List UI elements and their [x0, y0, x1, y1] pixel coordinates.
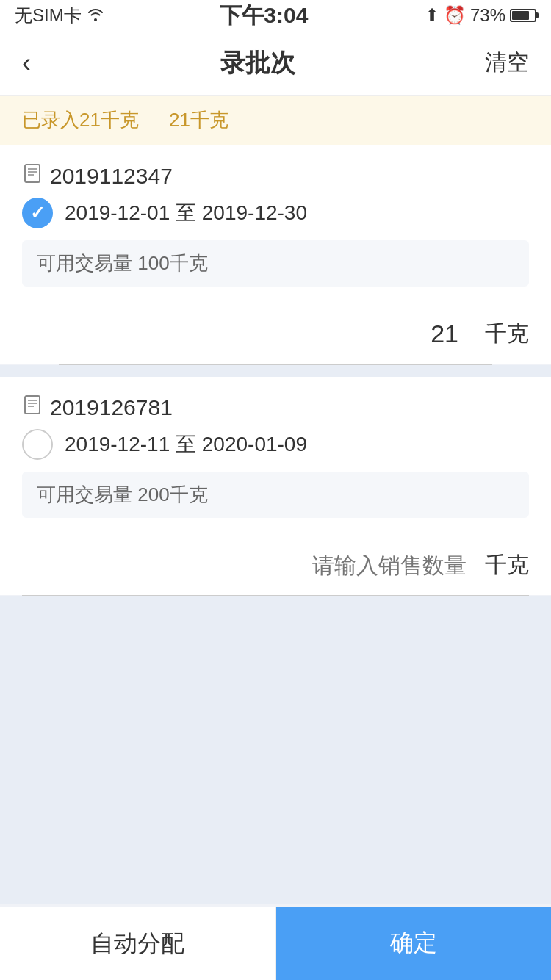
batch-1-doc-icon — [22, 163, 43, 189]
bottom-bar: 自动分配 确定 — [0, 907, 551, 980]
batch-2-date: 2019-12-11 至 2020-01-09 — [65, 430, 307, 458]
banner-divider — [154, 110, 154, 131]
batch-2-doc-icon — [22, 394, 43, 420]
batch-1-id: 2019112347 — [50, 164, 173, 189]
status-bar: 无SIM卡 下午3:04 ⬆ ⏰ 73% — [0, 0, 551, 31]
back-button[interactable]: ‹ — [22, 48, 31, 79]
battery-percentage: 73% — [470, 5, 505, 26]
page-title: 录批次 — [220, 46, 295, 80]
status-left: 无SIM卡 — [15, 4, 104, 27]
carrier-text: 无SIM卡 — [15, 4, 82, 27]
batch-1-radio[interactable] — [22, 198, 53, 228]
confirm-button[interactable]: 确定 — [276, 907, 552, 980]
batch-2-available: 可用交易量 200千克 — [22, 472, 529, 518]
batch-1-quantity-row: 21 千克 — [0, 304, 551, 364]
recorded-value: 21千克 — [169, 107, 228, 133]
section-separator — [0, 365, 551, 377]
batch-2-unit: 千克 — [485, 550, 529, 580]
status-time: 下午3:04 — [220, 1, 308, 31]
batch-2-card: 2019126781 2019-12-11 至 2020-01-09 可用交易量… — [0, 377, 551, 536]
battery-icon — [510, 9, 536, 22]
batch-1-available: 可用交易量 100千克 — [22, 240, 529, 287]
quantity-input[interactable] — [257, 553, 478, 578]
alarm-icon: ⏰ — [444, 5, 466, 26]
clear-button[interactable]: 清空 — [485, 48, 529, 78]
nav-bar: ‹ 录批次 清空 — [0, 31, 551, 96]
batch-1-id-row: 2019112347 — [22, 163, 529, 189]
batch-2-date-row[interactable]: 2019-12-11 至 2020-01-09 — [22, 429, 529, 460]
batch-2-id-row: 2019126781 — [22, 394, 529, 420]
svg-rect-0 — [25, 165, 40, 182]
wifi-icon — [87, 5, 104, 26]
auto-distribute-button[interactable]: 自动分配 — [0, 907, 276, 980]
batch-2-id: 2019126781 — [50, 395, 173, 420]
location-icon: ⬆ — [425, 5, 439, 26]
empty-area — [0, 596, 551, 904]
batch-2-input-row[interactable]: 千克 — [0, 536, 551, 595]
svg-rect-4 — [25, 396, 40, 414]
batch-1-date: 2019-12-01 至 2019-12-30 — [65, 199, 307, 227]
info-banner: 已录入21千克 21千克 — [0, 96, 551, 145]
status-right: ⬆ ⏰ 73% — [425, 5, 536, 26]
batch-2-radio[interactable] — [22, 429, 53, 460]
batch-1-quantity-value: 21 — [431, 320, 458, 348]
recorded-label: 已录入21千克 — [22, 107, 139, 133]
batch-1-date-row[interactable]: 2019-12-01 至 2019-12-30 — [22, 198, 529, 228]
batch-1-quantity-unit: 千克 — [485, 319, 529, 349]
batch-1-card: 2019112347 2019-12-01 至 2019-12-30 可用交易量… — [0, 145, 551, 304]
